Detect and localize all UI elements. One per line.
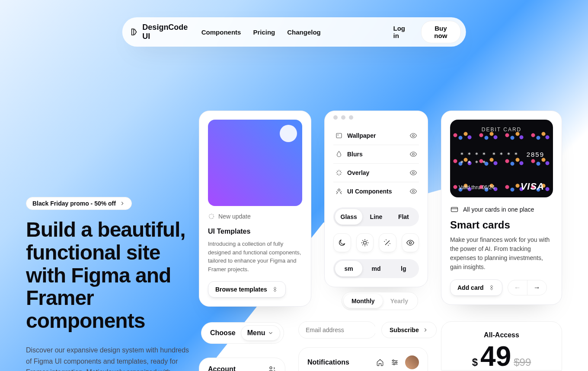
seg-line[interactable]: Line — [362, 209, 390, 225]
top-nav: DesignCode UI Components Pricing Changel… — [122, 17, 466, 47]
period-monthly[interactable]: Monthly — [344, 294, 383, 308]
card-tag-text: All your cards in one place — [463, 206, 534, 213]
seg-glass[interactable]: Glass — [335, 209, 362, 225]
seg-lg[interactable]: lg — [390, 261, 417, 276]
auto-mode-button[interactable] — [379, 233, 396, 252]
card-mask: ＊＊＊＊ ＊＊＊＊ ＊＊＊＊ — [459, 151, 527, 167]
layer-components[interactable]: UI Components — [333, 182, 419, 200]
svg-point-11 — [393, 360, 394, 361]
preview-button[interactable] — [402, 233, 419, 252]
brand[interactable]: DesignCode UI — [130, 23, 189, 41]
image-icon — [335, 132, 343, 140]
card-valid: Valid thru 06/24 — [459, 184, 495, 190]
eye-icon[interactable] — [409, 132, 417, 140]
nav-login[interactable]: Log in — [393, 25, 409, 39]
layer-label: UI Components — [347, 188, 392, 195]
components-icon — [488, 284, 495, 291]
seg-sm[interactable]: sm — [335, 261, 362, 276]
style-segment[interactable]: Glass Line Flat — [333, 207, 419, 226]
svg-point-0 — [209, 214, 214, 219]
layer-overlay[interactable]: Overlay — [333, 164, 419, 182]
account-title: Account — [208, 365, 236, 371]
price-value: 49 — [480, 342, 511, 370]
menu-label: Menu — [247, 329, 265, 337]
svg-point-4 — [412, 153, 415, 155]
svg-point-7 — [363, 241, 366, 244]
layer-blurs[interactable]: Blurs — [333, 145, 419, 164]
chevron-right-icon — [422, 327, 428, 333]
magic-off-icon — [383, 238, 392, 247]
nav-components[interactable]: Components — [201, 29, 241, 36]
svg-point-5 — [412, 172, 415, 174]
blur-icon — [335, 150, 343, 158]
browse-templates-label: Browse templates — [215, 286, 267, 293]
smart-title: Smart cards — [450, 219, 553, 231]
notifications-title: Notifications — [307, 358, 349, 366]
size-segment[interactable]: sm md lg — [333, 259, 419, 278]
account-card: Account — [199, 358, 285, 371]
nav-pricing[interactable]: Pricing — [253, 29, 275, 36]
components-icon — [272, 286, 278, 293]
price-old: $99 — [514, 356, 531, 368]
templates-title: UI Templates — [208, 228, 302, 235]
eye-icon[interactable] — [409, 187, 417, 195]
svg-point-2 — [338, 134, 339, 135]
eye-icon[interactable] — [409, 150, 417, 158]
subscribe-label: Subscribe — [390, 327, 419, 333]
card-pager: ← → — [508, 280, 547, 295]
brand-text: DesignCode UI — [142, 23, 189, 41]
browse-templates-button[interactable]: Browse templates — [208, 281, 286, 298]
spinner-icon — [208, 213, 215, 220]
layer-label: Blurs — [347, 151, 363, 158]
templates-body: Introducing a collection of fully design… — [208, 240, 302, 273]
buy-now-button[interactable]: Buy now — [421, 21, 460, 43]
users-icon[interactable] — [268, 365, 276, 371]
dark-mode-button[interactable] — [333, 233, 351, 252]
seg-flat[interactable]: Flat — [390, 209, 417, 225]
email-input[interactable] — [306, 327, 381, 333]
add-card-label: Add card — [457, 284, 484, 291]
eye-icon[interactable] — [409, 169, 417, 177]
promo-text: Black Friday promo - 50% off — [32, 200, 116, 207]
choose-menu: Choose Menu — [201, 322, 284, 344]
templates-thumbnail — [208, 120, 302, 206]
moon-icon — [338, 238, 346, 247]
home-icon[interactable] — [376, 358, 384, 367]
prev-button[interactable]: ← — [508, 280, 527, 295]
sun-icon — [361, 238, 369, 247]
svg-rect-1 — [336, 133, 342, 138]
subscribe-button[interactable]: Subscribe — [381, 322, 437, 338]
new-update-badge: New update — [208, 213, 302, 220]
layers-panel: Wallpaper Blurs Overlay UI Components Gl… — [324, 111, 428, 287]
svg-point-8 — [409, 242, 411, 244]
card-label: DEBIT CARD — [459, 127, 544, 133]
nav-changelog[interactable]: Changelog — [287, 29, 321, 36]
mode-row — [333, 233, 419, 252]
traffic-lights — [333, 115, 419, 120]
menu-dropdown[interactable]: Menu — [241, 325, 281, 341]
light-mode-button[interactable] — [356, 233, 374, 252]
choose-label: Choose — [210, 329, 236, 337]
period-toggle[interactable]: Monthly Yearly — [342, 292, 418, 310]
chevron-right-icon — [119, 200, 125, 206]
smart-body: Make your finances work for you with the… — [450, 235, 553, 272]
avatar[interactable] — [405, 355, 419, 369]
wallet-icon — [450, 205, 459, 214]
seg-md[interactable]: md — [362, 261, 390, 276]
hero-body: Discover our expansive design system wit… — [26, 345, 190, 371]
email-field-wrap[interactable] — [298, 321, 376, 339]
credit-card: DEBIT CARD ＊＊＊＊ ＊＊＊＊ ＊＊＊＊ 2859 Valid thr… — [450, 120, 553, 197]
period-yearly[interactable]: Yearly — [383, 294, 416, 308]
logo-icon — [130, 27, 138, 37]
components-icon — [335, 187, 343, 195]
svg-point-13 — [393, 364, 395, 365]
layer-label: Wallpaper — [347, 132, 376, 139]
next-button[interactable]: → — [527, 280, 546, 295]
chevron-down-icon — [268, 330, 274, 336]
promo-pill[interactable]: Black Friday promo - 50% off — [26, 197, 132, 210]
sliders-icon[interactable] — [390, 358, 399, 367]
add-card-button[interactable]: Add card — [450, 279, 502, 296]
currency: $ — [472, 356, 478, 368]
layer-wallpaper[interactable]: Wallpaper — [333, 127, 419, 145]
smart-cards-panel: DEBIT CARD ＊＊＊＊ ＊＊＊＊ ＊＊＊＊ 2859 Valid thr… — [441, 111, 562, 305]
